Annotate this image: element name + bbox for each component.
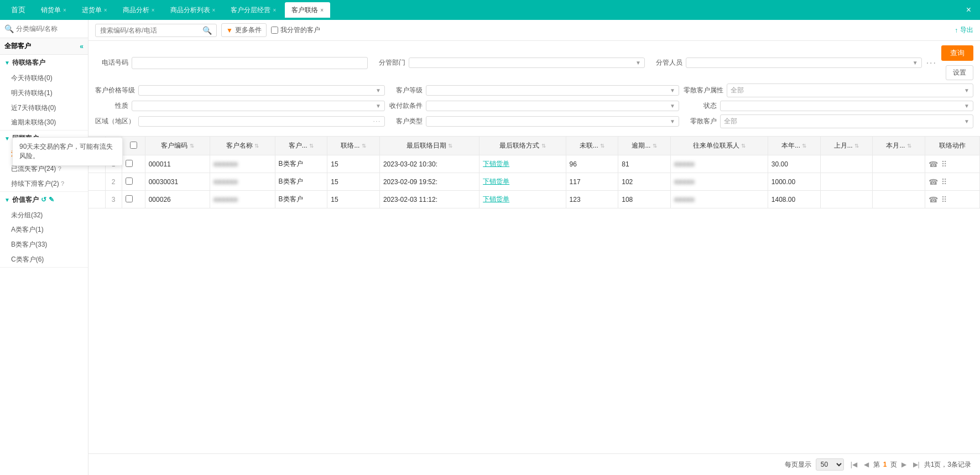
th-type[interactable]: 客户... ⇅ bbox=[275, 137, 327, 155]
row-select-1[interactable] bbox=[126, 178, 133, 185]
row-way-0[interactable]: 下销货单 bbox=[479, 155, 566, 173]
action-more-icon-0[interactable]: ⠿ bbox=[941, 160, 947, 169]
sidebar-item-a-class[interactable]: A类客户(1) bbox=[0, 222, 88, 237]
action-contact-icon-0[interactable]: ☎ bbox=[929, 160, 938, 169]
last-page-btn[interactable]: ▶| bbox=[911, 460, 922, 469]
next-page-btn[interactable]: ▶ bbox=[899, 460, 909, 469]
table-footer: 每页显示 50 100 |◀ ◀ 第 1 页 ▶ ▶| 共1页，3条记录 bbox=[88, 453, 980, 475]
sidebar-item-overdue[interactable]: 逾期未联络(30) bbox=[0, 115, 88, 130]
refresh-icon[interactable]: ↺ bbox=[41, 196, 46, 203]
gender-label: 性质 bbox=[95, 101, 128, 111]
nav-tab-analysis[interactable]: 商品分析 × bbox=[116, 2, 161, 18]
status-select[interactable]: ▼ bbox=[720, 101, 973, 111]
adv-field-payment: 收付款条件 ▼ bbox=[389, 101, 679, 111]
th-no-contact[interactable]: 未联... ⇅ bbox=[566, 137, 618, 155]
region-select[interactable]: ··· bbox=[138, 116, 385, 127]
page-size-select[interactable]: 50 100 bbox=[816, 458, 844, 471]
retail-customer-select[interactable]: 全部 ▼ bbox=[720, 114, 973, 128]
my-customers-checkbox-label[interactable]: 我分管的客户 bbox=[271, 25, 320, 35]
phone-input[interactable] bbox=[132, 57, 368, 69]
nav-tab-customer-contact[interactable]: 客户联络 × bbox=[285, 2, 330, 18]
first-page-btn[interactable]: |◀ bbox=[848, 460, 859, 469]
search-submit-icon[interactable]: 🔍 bbox=[202, 26, 212, 35]
select-all-checkbox[interactable] bbox=[130, 142, 137, 149]
level-select[interactable]: ▼ bbox=[426, 85, 679, 96]
sidebar-collapse-icon[interactable]: « bbox=[80, 43, 84, 50]
sidebar-item-declining[interactable]: 持续下滑客户(2) ? bbox=[0, 176, 88, 191]
th-this-year[interactable]: 本年... ⇅ bbox=[768, 137, 820, 155]
adv-field-customer-type: 客户类型 ▼ bbox=[389, 116, 679, 127]
settings-button[interactable]: 设置 bbox=[946, 65, 973, 80]
row-select-0[interactable] bbox=[126, 160, 133, 167]
sidebar-item-7days[interactable]: 近7天待联络(0) bbox=[0, 101, 88, 116]
th-name[interactable]: 客户名称 ⇅ bbox=[210, 137, 275, 155]
nav-tab-analysis-list-close[interactable]: × bbox=[212, 7, 216, 13]
nav-tab-analysis-list[interactable]: 商品分析列表 × bbox=[164, 2, 222, 18]
sidebar-search-input[interactable] bbox=[16, 25, 88, 33]
dept-select[interactable]: ▼ bbox=[409, 58, 645, 68]
row-way-1[interactable]: 下销货单 bbox=[479, 173, 566, 191]
th-this-month[interactable]: 本月... ⇅ bbox=[873, 137, 925, 155]
search-input[interactable] bbox=[100, 27, 200, 34]
row-way-2[interactable]: 下销货单 bbox=[479, 191, 566, 208]
sidebar-all-customers-header[interactable]: 全部客户 « bbox=[0, 38, 88, 55]
sidebar-item-ungroup[interactable]: 未分组(32) bbox=[0, 208, 88, 223]
action-more-icon-1[interactable]: ⠿ bbox=[941, 178, 947, 186]
price-level-select[interactable]: ▼ bbox=[138, 85, 385, 96]
contact-way-link-1[interactable]: 下销货单 bbox=[483, 178, 509, 185]
row-this-year-1: 1000.00 bbox=[768, 173, 820, 191]
contact-way-link-2[interactable]: 下销货单 bbox=[483, 195, 509, 203]
th-unit-contact[interactable]: 往来单位联系人 ⇅ bbox=[670, 137, 768, 155]
more-conditions-button[interactable]: ▼ 更多条件 bbox=[221, 23, 267, 37]
nav-home[interactable]: 首页 bbox=[4, 5, 32, 15]
my-customers-checkbox[interactable] bbox=[271, 27, 278, 34]
region-dots[interactable]: ··· bbox=[373, 118, 381, 124]
current-page-num: 1 bbox=[882, 461, 888, 468]
content-area: 🔍 ▼ 更多条件 我分管的客户 ↑ 导出 电话号码 bbox=[88, 20, 980, 475]
adv-dots-1[interactable]: ··· bbox=[926, 58, 937, 68]
nav-tab-customer-tier-close[interactable]: × bbox=[273, 7, 276, 13]
th-code[interactable]: 客户编码 ⇅ bbox=[145, 137, 210, 155]
prev-page-btn[interactable]: ◀ bbox=[862, 460, 871, 469]
action-contact-icon-1[interactable]: ☎ bbox=[929, 178, 938, 186]
customer-type-select[interactable]: ▼ bbox=[426, 116, 679, 127]
row-unit-contact-2: ■■■■■ bbox=[670, 191, 768, 208]
nav-tab-customer-contact-close[interactable]: × bbox=[320, 7, 324, 13]
sidebar-item-tomorrow[interactable]: 明天待联络(1) bbox=[0, 86, 88, 101]
row-this-year-2: 1408.00 bbox=[768, 191, 820, 208]
row-checkbox-1 bbox=[122, 173, 145, 191]
row-gear-1 bbox=[88, 173, 105, 191]
nav-tab-sales[interactable]: 销货单 × bbox=[34, 2, 73, 18]
th-last-month[interactable]: 上月... ⇅ bbox=[820, 137, 873, 155]
th-last-way[interactable]: 最后联络方式 ⇅ bbox=[479, 137, 566, 155]
sidebar-value-title[interactable]: ▼ 价值客户 ↺ ✎ bbox=[0, 192, 88, 208]
nav-tab-purchase[interactable]: 进货单 × bbox=[75, 2, 114, 18]
row-type-0: B类客户 bbox=[275, 155, 327, 173]
nav-tab-sales-close[interactable]: × bbox=[63, 7, 66, 13]
query-button[interactable]: 查询 bbox=[941, 45, 973, 61]
nav-tab-customer-tier[interactable]: 客户分层经营 × bbox=[224, 2, 283, 18]
nav-tab-analysis-close[interactable]: × bbox=[152, 7, 155, 13]
nav-tab-purchase-close[interactable]: × bbox=[104, 7, 107, 13]
sidebar-item-c-class[interactable]: C类客户(6) bbox=[0, 252, 88, 267]
th-contact[interactable]: 联络... ⇅ bbox=[327, 137, 380, 155]
sidebar-item-b-class[interactable]: B类客户(33) bbox=[0, 237, 88, 252]
action-more-icon-2[interactable]: ⠿ bbox=[941, 195, 947, 204]
payment-select[interactable]: ▼ bbox=[426, 101, 679, 111]
gender-select[interactable]: ▼ bbox=[132, 101, 385, 111]
manager-select[interactable]: ▼ bbox=[686, 58, 922, 68]
price-level-arrow: ▼ bbox=[376, 87, 381, 93]
contact-way-link-0[interactable]: 下销货单 bbox=[483, 160, 509, 168]
window-close-button[interactable]: × bbox=[962, 5, 976, 15]
sidebar-item-today[interactable]: 今天待联络(0) bbox=[0, 71, 88, 86]
th-overdue[interactable]: 逾期... ⇅ bbox=[618, 137, 671, 155]
row-select-2[interactable] bbox=[126, 195, 133, 202]
row-code-0: 000011 bbox=[145, 155, 210, 173]
action-contact-icon-2[interactable]: ☎ bbox=[929, 195, 938, 204]
sidebar-pending-title[interactable]: ▼ 待联络客户 bbox=[0, 55, 88, 71]
export-button[interactable]: ↑ 导出 bbox=[955, 25, 973, 35]
edit-icon[interactable]: ✎ bbox=[49, 196, 54, 203]
th-last-date[interactable]: 最后联络日期 ⇅ bbox=[379, 137, 479, 155]
retail-attr-select[interactable]: 全部 ▼ bbox=[727, 83, 973, 97]
row-checkbox-2 bbox=[122, 191, 145, 208]
